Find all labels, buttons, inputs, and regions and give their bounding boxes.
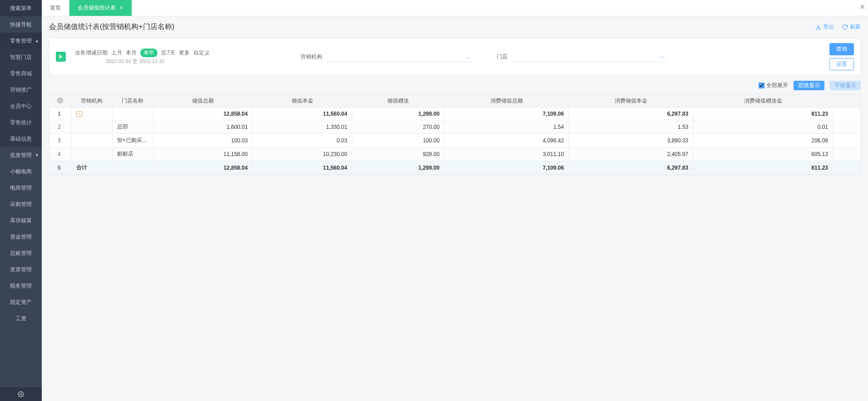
sidebar-item[interactable]: 发票管理 [0,261,42,278]
export-icon [815,24,821,30]
query-button[interactable]: 查询 [829,43,854,55]
sidebar-item[interactable]: 电商管理 [0,180,42,196]
cell-value: 811.23 [693,161,833,175]
filter-store-label: 门店 [497,53,508,61]
filter-org-label: 营销机构 [301,53,322,61]
sidebar-sub-item[interactable]: 零售统计 [0,114,42,131]
page-header: 会员储值统计表(按营销机构+门店名称) 导出 刷新 [42,16,868,37]
data-table: 营销机构 门店名称 储值总额 储值本金 储值赠送 消费储值总额 消费储值本金 消… [49,94,861,175]
cell-value: 7,109.06 [444,161,569,175]
sidebar-item[interactable]: 采购管理 [0,196,42,212]
cell-value: 10,230.00 [252,147,352,161]
filter-bar: 业务增减日期 上月 本月 本年 近7天 更多 自定义 2022-01-01 至 … [49,38,861,75]
cell-value: 1,330.01 [252,120,352,134]
cell-org: − [71,108,112,120]
cell-value: 100.00 [352,134,444,147]
row-number: 5 [49,161,71,175]
filter-expand-toggle[interactable] [56,52,66,62]
sidebar-wholesale[interactable]: 批发管理 ▼ [0,147,42,163]
filter-org-input[interactable] [327,52,472,62]
date-chip-active[interactable]: 本年 [140,49,158,57]
cell-value: 0.03 [252,134,352,147]
sidebar-item[interactable]: 税务管理 [0,278,42,294]
date-chip[interactable]: 本月 [126,49,137,57]
more-icon[interactable]: ··· [658,53,665,60]
sidebar-item[interactable]: 工资 [0,310,42,327]
sidebar-item[interactable]: 小畅电商 [0,163,42,180]
tab-home[interactable]: 首页 [42,0,69,16]
cell-value: 12,858.04 [153,161,252,175]
cell-store: 邮邮店 [112,147,153,161]
cell-value: 7,109.06 [444,108,569,120]
cell-value: 6,297.83 [569,108,693,120]
refresh-button[interactable]: 刷新 [842,23,861,31]
table-row: 3智+已购买…100.030.03100.004,096.423,890.332… [49,134,860,147]
collapse-icon[interactable]: − [76,111,82,117]
cell-value: 4,096.42 [444,134,569,147]
sidebar-retail[interactable]: 零售管理 ▲ [0,33,42,49]
tab-active[interactable]: 会员储值统计表 ✕ [69,0,132,16]
date-chip[interactable]: 近7天 [161,49,175,57]
sidebar-sub-item[interactable]: 会员中心 [0,98,42,114]
caret-up-icon: ▲ [35,39,39,43]
cell-value: 605.13 [693,147,833,161]
th: 消费储值本金 [569,94,693,108]
sidebar-quicknav[interactable]: 快捷导航 [0,16,42,33]
sidebar-settings[interactable] [0,387,42,401]
sidebar-item[interactable]: 库存核算 [0,212,42,229]
cell-store: 总部 [112,120,153,134]
date-chip[interactable]: 自定义 [193,49,210,57]
sidebar-search[interactable]: 搜索菜单 [0,0,42,16]
svg-point-2 [59,99,61,101]
sidebar-retail-label: 零售管理 [10,37,32,45]
chevron-down-icon[interactable]: ⌄ [466,54,469,59]
sidebar-sub-item[interactable]: 营销推广 [0,82,42,98]
table-row: 1−12,858.0411,560.041,298.007,109.066,29… [49,108,860,120]
cell-store: 智+已购买… [112,134,153,147]
th: 储值本金 [252,94,352,108]
export-label: 导出 [823,23,834,31]
close-all-icon[interactable]: ✕ [859,3,865,11]
settings-button[interactable]: 设置 [829,58,854,70]
flat-mode-button[interactable]: 平级显示 [830,81,861,90]
refresh-label: 刷新 [850,23,861,31]
cell-store [112,161,153,175]
export-button[interactable]: 导出 [815,23,834,31]
date-chip[interactable]: 更多 [179,49,190,57]
th: 消费储值赠送金 [693,94,833,108]
close-icon[interactable]: ✕ [119,5,123,11]
filter-store-input[interactable] [512,52,666,62]
row-number: 1 [49,108,71,120]
tab-bar: 首页 会员储值统计表 ✕ ✕ [42,0,868,16]
sidebar-sub-item[interactable]: 智慧门店 [0,49,42,65]
cell-org [71,134,112,147]
cell-store [112,108,153,120]
date-chip[interactable]: 上月 [111,49,122,57]
expand-all-checkbox[interactable]: 全部展开 [759,82,788,89]
expand-all-input[interactable] [759,83,764,88]
row-number: 3 [49,134,71,147]
expand-all-label: 全部展开 [766,82,788,89]
filter-store: 门店 ··· [497,52,665,62]
tab-active-label: 会员储值统计表 [78,4,116,12]
cell-value: 1.54 [444,120,569,134]
table-config-button[interactable] [49,94,71,108]
sidebar-item[interactable]: 总账管理 [0,245,42,261]
cell-value: 12,858.04 [153,108,252,120]
cell-value: 0.01 [693,120,833,134]
sidebar-sub-item[interactable]: 零售商城 [0,65,42,82]
gear-icon [18,391,24,397]
sidebar-item[interactable]: 资金管理 [0,229,42,245]
cell-value: 11,158.00 [153,147,252,161]
cell-value: 3,011.10 [444,147,569,161]
cell-value: 11,560.04 [252,108,352,120]
main: 首页 会员储值统计表 ✕ ✕ 会员储值统计表(按营销机构+门店名称) 导出 刷新 [42,0,868,401]
filter-date: 业务增减日期 上月 本月 本年 近7天 更多 自定义 2022-01-01 至 … [75,49,210,65]
sidebar-sub-item[interactable]: 基础信息 [0,131,42,147]
th: 储值总额 [153,94,252,108]
cell-value: 206.09 [693,134,833,147]
table-row: 5合计12,858.0411,560.041,298.007,109.066,2… [49,161,860,175]
sidebar-item[interactable]: 固定资产 [0,294,42,310]
hier-mode-button[interactable]: 层级显示 [794,81,824,90]
filter-buttons: 查询 设置 [829,43,854,70]
